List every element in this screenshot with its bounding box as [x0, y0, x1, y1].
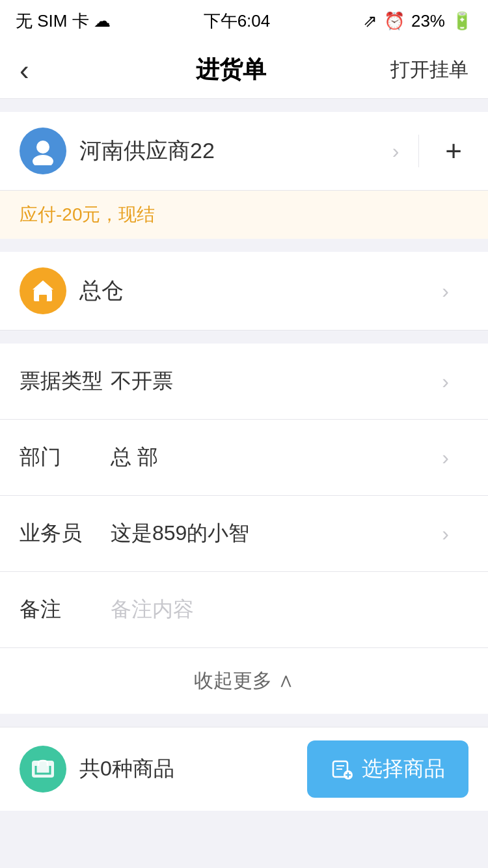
location-icon: ⇗: [363, 11, 377, 31]
status-left: 无 SIM 卡 ☁: [16, 10, 111, 33]
select-product-button[interactable]: 选择商品: [307, 740, 468, 798]
supplier-section: 河南供应商22 › + 应付-20元，现结: [0, 112, 488, 239]
gap-2: [0, 239, 488, 252]
product-bar: 共0种商品 选择商品: [0, 727, 488, 811]
battery-level: 23%: [411, 11, 445, 31]
form-section: 票据类型 不开票 › 部门 总 部 › 业务员 这是859的小智 › 备注 备注…: [0, 344, 488, 647]
notice-text: 应付-20元，现结: [20, 204, 155, 224]
remark-row[interactable]: 备注 备注内容: [0, 572, 488, 647]
status-right: ⇗ ⏰ 23% 🔋: [363, 11, 472, 31]
supplier-name: 河南供应商22: [79, 136, 392, 166]
chevron-right-salesperson-icon: ›: [442, 522, 449, 546]
alarm-icon: ⏰: [384, 11, 405, 31]
salesperson-label: 业务员: [20, 519, 111, 548]
back-button[interactable]: ‹: [20, 54, 72, 87]
chevron-right-icon: ›: [392, 139, 400, 163]
warehouse-icon-circle: [20, 267, 66, 314]
collapse-label: 收起更多 ∧: [194, 670, 293, 691]
svg-marker-3: [33, 280, 53, 290]
page-title: 进货单: [196, 54, 266, 86]
svg-rect-4: [39, 295, 47, 301]
dept-value: 总 部: [111, 443, 442, 472]
nav-bar: ‹ 进货单 打开挂单: [0, 42, 488, 99]
chevron-right-invoice-icon: ›: [442, 370, 449, 394]
warehouse-row[interactable]: 总仓 ›: [0, 252, 488, 331]
warehouse-name: 总仓: [79, 276, 442, 306]
bottom-background: [0, 811, 488, 868]
status-time: 下午6:04: [204, 10, 271, 33]
invoice-row[interactable]: 票据类型 不开票 ›: [0, 344, 488, 420]
salesperson-row[interactable]: 业务员 这是859的小智 ›: [0, 496, 488, 572]
dept-label: 部门: [20, 443, 111, 472]
sim-signal: 无 SIM 卡 ☁: [16, 10, 111, 33]
product-icon-circle: [20, 746, 66, 793]
salesperson-value: 这是859的小智: [111, 519, 442, 548]
gap-1: [0, 99, 488, 112]
select-product-icon: [331, 757, 354, 781]
select-btn-label: 选择商品: [362, 755, 445, 783]
battery-icon: 🔋: [452, 11, 472, 31]
remark-value[interactable]: 备注内容: [111, 595, 468, 624]
chevron-right-warehouse-icon: ›: [442, 279, 449, 303]
svg-point-0: [36, 141, 49, 154]
add-supplier-button[interactable]: +: [439, 135, 468, 167]
vertical-divider: [418, 135, 419, 167]
avatar: [20, 128, 66, 174]
dept-row[interactable]: 部门 总 部 ›: [0, 420, 488, 496]
invoice-label: 票据类型: [20, 367, 111, 396]
warehouse-icon: [30, 278, 56, 304]
svg-point-1: [33, 155, 53, 165]
gap-3: [0, 331, 488, 344]
user-icon: [29, 137, 57, 165]
product-count-label: 共0种商品: [79, 755, 307, 783]
notice-bar: 应付-20元，现结: [0, 191, 488, 239]
chevron-right-dept-icon: ›: [442, 446, 449, 470]
invoice-value: 不开票: [111, 367, 442, 396]
status-bar: 无 SIM 卡 ☁ 下午6:04 ⇗ ⏰ 23% 🔋: [0, 0, 488, 42]
gap-4: [0, 714, 488, 727]
cart-icon: [29, 755, 57, 783]
collapse-button[interactable]: 收起更多 ∧: [0, 647, 488, 714]
supplier-row[interactable]: 河南供应商22 › +: [0, 112, 488, 191]
open-pending-button[interactable]: 打开挂单: [390, 57, 468, 83]
remark-label: 备注: [20, 595, 111, 624]
